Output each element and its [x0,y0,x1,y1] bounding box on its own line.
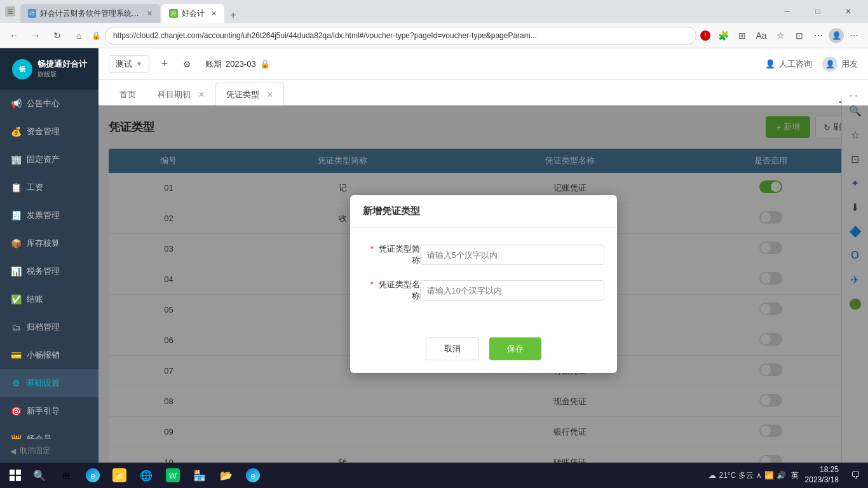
sidebar-header: 畅 畅捷通好合计 旗舰版 [0,48,98,90]
inventory-icon: 📦 [10,238,22,249]
taskbar-app6[interactable]: 📂 [214,464,239,487]
guide-icon: 🎯 [10,405,22,417]
sidebar-item-label: 结账 [27,294,43,305]
wechat-icon: W [166,468,180,482]
more-button[interactable]: ⋯ [845,27,863,44]
dialog-header: 新增凭证类型 [350,195,617,228]
settings-browser-button[interactable]: ⋯ [810,27,827,44]
collections-button[interactable]: ⊡ [790,27,808,44]
taskbar-edge[interactable]: e [80,464,105,487]
maximize-button[interactable]: □ [803,2,832,21]
dialog-title: 新增凭证类型 [363,205,420,217]
minimize-button[interactable]: ─ [773,2,802,21]
taskbar-clock[interactable]: 18:25 2023/3/18 [801,465,843,485]
taskbar-search-button[interactable]: 🔍 [28,464,51,487]
browser-titlebar: ☰ 计 好会计云财务软件管理系统_会计 ✕ 好 好会计 ✕ + ─ □ ✕ [0,0,868,23]
taskbar-chrome[interactable]: 🌐 [133,464,159,487]
start-button[interactable] [3,464,28,487]
period-info: 账期 2023-03 🔒 [205,58,270,70]
forward-button[interactable]: → [27,27,44,44]
consult-icon: 👤 [765,59,775,69]
reader-view-button[interactable]: Aa [752,27,770,44]
tab2-close-icon[interactable]: ✕ [211,10,217,18]
settlement-icon: ✅ [10,294,22,305]
sidebar-item-announcements[interactable]: 📢 公告中心 [0,90,98,118]
taskbar-wechat[interactable]: W [160,464,186,487]
tab-subject-init-close-icon[interactable]: ✕ [198,90,205,99]
browser-toolbar-icons: 🧩 ⊞ Aa ☆ ⊡ ⋯ 👤 ⋯ [714,27,863,44]
browser-tab-bar: 计 好会计云财务软件管理系统_会计 ✕ 好 好会计 ✕ + [20,0,768,23]
window-controls: ─ □ ✕ [773,2,863,21]
sidebar-item-member[interactable]: 👑 畅会员 [0,425,98,439]
sidebar-item-label: 新手引导 [27,405,60,417]
cancel-fixed-label: 取消固定 [20,445,50,456]
tab-voucher-type[interactable]: 凭证类型 ✕ [215,83,284,105]
user-info[interactable]: 👤 用友 [822,57,858,72]
sidebar-item-label: 基础设置 [27,377,60,389]
tab-voucher-type-close-icon[interactable]: ✕ [267,90,273,99]
split-view-button[interactable]: ⊞ [733,27,751,44]
taskbar-app5[interactable]: 🏪 [187,464,212,487]
tab-home[interactable]: 首页 [109,83,147,105]
app-sidebar: 畅 畅捷通好合计 旗舰版 📢 公告中心 💰 资金管理 🏢 固定资产 📋 [0,48,98,463]
sidebar-item-archive[interactable]: 🗂 归档管理 [0,313,98,341]
user-label: 用友 [841,58,858,70]
new-tab-button[interactable]: + [226,8,241,23]
taskbar-file-explorer[interactable]: 📁 [107,464,132,487]
sidebar-item-settings[interactable]: ⚙ 基础设置 [0,369,98,397]
cancel-fixed-button[interactable]: ◀ 取消固定 [0,439,98,463]
sidebar-item-label: 资金管理 [27,126,60,137]
address-input[interactable] [105,27,696,44]
svg-rect-2 [10,476,15,481]
header-add-button[interactable]: + [157,57,172,72]
abbr-label: * 凭证类型简称 [363,243,420,266]
file-explorer-icon: 📁 [112,468,126,482]
taskbar-apps: ⊞ e 📁 🌐 W 🏪 📂 e [53,464,266,487]
header-settings-button[interactable]: ⚙ [180,57,195,72]
edge2-icon: e [246,468,260,482]
add-voucher-type-dialog: 新增凭证类型 * 凭证类型简称 * [350,195,617,373]
svg-rect-1 [16,470,21,475]
period-value: 2023-03 [226,59,256,69]
profile-icon[interactable]: 👤 [829,28,844,43]
sidebar-item-tax[interactable]: 📊 税务管理 [0,257,98,285]
invoice-icon: 🧾 [10,210,22,221]
cancel-button[interactable]: 取消 [426,337,479,360]
sidebar-item-funds[interactable]: 💰 资金管理 [0,118,98,146]
save-button[interactable]: 保存 [489,337,541,360]
sidebar-item-expense[interactable]: 💳 小畅报销 [0,341,98,369]
task-view-icon: ⊞ [59,468,73,482]
name-input[interactable] [420,280,604,301]
sidebar-item-fixed-assets[interactable]: 🏢 固定资产 [0,146,98,173]
sidebar-item-payroll[interactable]: 📋 工资 [0,173,98,201]
taskbar-notification-button[interactable]: 🗨 [845,464,865,487]
refresh-nav-button[interactable]: ↻ [48,27,66,44]
browser-tab-2[interactable]: 好 好会计 ✕ [161,4,224,23]
sidebar-item-inventory[interactable]: 📦 库存核算 [0,229,98,257]
browser-tab-1[interactable]: 计 好会计云财务软件管理系统_会计 ✕ [20,4,160,23]
sidebar-item-invoice[interactable]: 🧾 发票管理 [0,201,98,229]
close-button[interactable]: ✕ [834,2,863,21]
sidebar-item-label: 固定资产 [27,154,60,165]
extensions-button[interactable]: 🧩 [714,27,732,44]
fixed-assets-icon: 🏢 [10,154,22,165]
consult-button[interactable]: 👤 人工咨询 [765,58,812,70]
back-button[interactable]: ← [5,27,23,44]
sidebar-item-guide[interactable]: 🎯 新手引导 [0,397,98,425]
tab-subject-init[interactable]: 科目期初 ✕ [147,83,215,105]
favorites-button[interactable]: ☆ [771,27,789,44]
user-avatar: 👤 [822,57,837,72]
abbr-input[interactable] [420,245,604,265]
taskbar-task-view[interactable]: ⊞ [53,464,79,487]
home-nav-button[interactable]: ⌂ [70,27,88,44]
company-name: 测试 [116,58,132,70]
taskbar-edge2[interactable]: e [240,464,266,487]
announcements-icon: 📢 [10,98,22,109]
tab1-label: 好会计云财务软件管理系统_会计 [40,8,140,19]
content-area: 凭证类型 + 新增 ↻ 刷新 编号 凭证类型简称 [98,105,868,463]
company-selector[interactable]: 测试 ▼ [109,55,149,73]
form-row-abbr: * 凭证类型简称 [363,243,604,266]
sidebar-toggle-btn[interactable]: ☰ [5,6,15,17]
tab1-close-icon[interactable]: ✕ [147,10,153,18]
sidebar-item-settlement[interactable]: ✅ 结账 [0,285,98,313]
